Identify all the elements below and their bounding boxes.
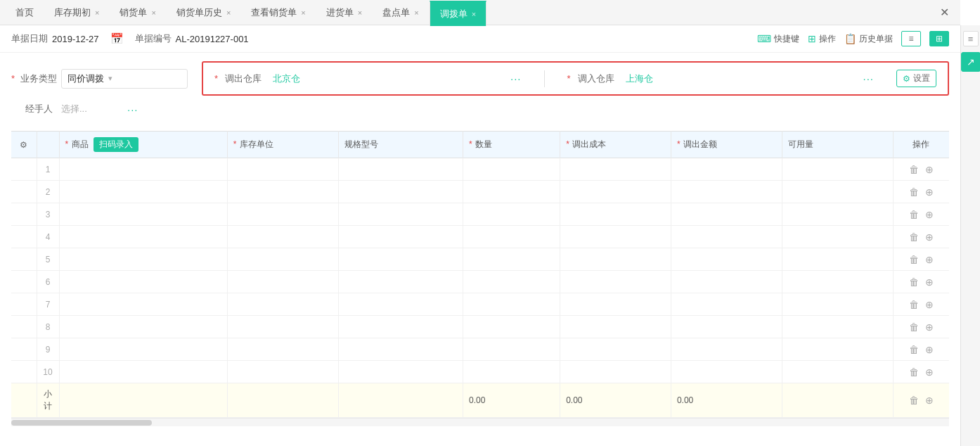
row-qty[interactable] (463, 361, 560, 383)
delete-row-icon[interactable]: 🗑 (909, 164, 919, 175)
warehouse-out-more-btn[interactable]: ··· (510, 72, 522, 84)
tab-close-sales-history[interactable]: × (226, 8, 231, 17)
tab-transfer[interactable]: 调拨单 × (430, 1, 486, 26)
row-spec[interactable] (338, 181, 463, 203)
row-qty[interactable] (463, 248, 560, 271)
row-unit[interactable] (227, 181, 338, 203)
row-spec[interactable] (338, 226, 463, 248)
row-spec[interactable] (338, 293, 463, 316)
row-available[interactable] (782, 226, 893, 248)
row-unit[interactable] (227, 248, 338, 271)
row-spec[interactable] (338, 248, 463, 271)
row-cost[interactable] (560, 271, 671, 293)
row-spec[interactable] (338, 316, 463, 338)
tab-home[interactable]: 首页 (6, 0, 44, 25)
row-available[interactable] (782, 338, 893, 361)
row-cost[interactable] (560, 226, 671, 248)
window-close-button[interactable]: ✕ (940, 6, 949, 18)
tab-close-inventory-init[interactable]: × (95, 8, 99, 17)
delete-row-icon[interactable]: 🗑 (909, 321, 919, 333)
tab-close-sales-order[interactable]: × (151, 8, 155, 17)
tab-inventory-count[interactable]: 盘点单 × (373, 0, 429, 25)
row-amount[interactable] (671, 203, 782, 226)
row-available[interactable] (782, 293, 893, 316)
row-product[interactable] (59, 338, 227, 361)
row-amount[interactable] (671, 158, 782, 181)
row-qty[interactable] (463, 158, 560, 181)
copy-row-icon[interactable]: ⊕ (925, 231, 934, 243)
row-cost[interactable] (560, 316, 671, 338)
copy-row-icon[interactable]: ⊕ (925, 321, 934, 333)
list-view-btn[interactable]: ≡ (901, 31, 921, 46)
delete-row-icon[interactable]: 🗑 (909, 344, 919, 355)
row-cost[interactable] (560, 361, 671, 383)
row-product[interactable] (59, 181, 227, 203)
row-product[interactable] (59, 203, 227, 226)
row-spec[interactable] (338, 271, 463, 293)
row-amount[interactable] (671, 316, 782, 338)
row-spec[interactable] (338, 203, 463, 226)
row-product[interactable] (59, 271, 227, 293)
row-unit[interactable] (227, 316, 338, 338)
scrollbar-thumb[interactable] (11, 420, 152, 426)
row-product[interactable] (59, 316, 227, 338)
row-product[interactable] (59, 293, 227, 316)
table-gear-icon[interactable]: ⚙ (20, 140, 27, 150)
row-unit[interactable] (227, 338, 338, 361)
row-cost[interactable] (560, 338, 671, 361)
copy-row-icon[interactable]: ⊕ (925, 367, 934, 378)
row-qty[interactable] (463, 226, 560, 248)
row-amount[interactable] (671, 338, 782, 361)
delete-row-icon[interactable]: 🗑 (909, 299, 919, 310)
row-spec[interactable] (338, 158, 463, 181)
handler-more-btn[interactable]: ··· (127, 103, 138, 115)
row-unit[interactable] (227, 361, 338, 383)
row-amount[interactable] (671, 226, 782, 248)
row-product[interactable] (59, 226, 227, 248)
row-cost[interactable] (560, 158, 671, 181)
sidebar-list-btn[interactable]: ≡ (963, 31, 979, 46)
tab-sales-order[interactable]: 销货单 × (110, 0, 166, 25)
row-qty[interactable] (463, 181, 560, 203)
tab-close-transfer[interactable]: × (472, 10, 476, 18)
row-qty[interactable] (463, 271, 560, 293)
sidebar-external-btn[interactable]: ↗ (961, 52, 981, 72)
business-type-select[interactable]: 同价调拨 ▾ (61, 69, 188, 89)
copy-row-icon[interactable]: ⊕ (925, 209, 934, 220)
row-cost[interactable] (560, 203, 671, 226)
copy-row-icon[interactable]: ⊕ (925, 299, 934, 310)
delete-row-icon[interactable]: 🗑 (909, 209, 919, 220)
row-spec[interactable] (338, 338, 463, 361)
delete-row-icon[interactable]: 🗑 (909, 186, 919, 198)
row-qty[interactable] (463, 203, 560, 226)
grid-view-btn[interactable]: ⊞ (929, 31, 949, 46)
row-spec[interactable] (338, 361, 463, 383)
copy-row-icon[interactable]: ⊕ (925, 276, 934, 288)
settings-btn[interactable]: ⚙ 设置 (896, 70, 936, 87)
delete-row-icon[interactable]: 🗑 (909, 367, 919, 378)
row-available[interactable] (782, 248, 893, 271)
row-available[interactable] (782, 203, 893, 226)
operation-btn[interactable]: ⊞ 操作 (808, 33, 836, 45)
row-product[interactable] (59, 248, 227, 271)
copy-row-icon[interactable]: ⊕ (925, 395, 934, 406)
row-unit[interactable] (227, 226, 338, 248)
row-amount[interactable] (671, 361, 782, 383)
tab-close-inventory-count[interactable]: × (414, 8, 418, 17)
row-available[interactable] (782, 181, 893, 203)
history-btn[interactable]: 📋 历史单据 (844, 33, 893, 45)
copy-row-icon[interactable]: ⊕ (925, 164, 934, 175)
row-unit[interactable] (227, 271, 338, 293)
row-unit[interactable] (227, 293, 338, 316)
tab-sales-history[interactable]: 销货单历史 × (167, 0, 241, 25)
row-available[interactable] (782, 316, 893, 338)
copy-row-icon[interactable]: ⊕ (925, 186, 934, 198)
tab-close-purchase[interactable]: × (358, 8, 362, 17)
delete-row-icon[interactable]: 🗑 (909, 276, 919, 288)
row-unit[interactable] (227, 203, 338, 226)
delete-row-icon[interactable]: 🗑 (909, 395, 919, 406)
delete-row-icon[interactable]: 🗑 (909, 254, 919, 265)
copy-row-icon[interactable]: ⊕ (925, 254, 934, 265)
handler-placeholder[interactable]: 选择... (61, 103, 117, 115)
delete-row-icon[interactable]: 🗑 (909, 231, 919, 243)
